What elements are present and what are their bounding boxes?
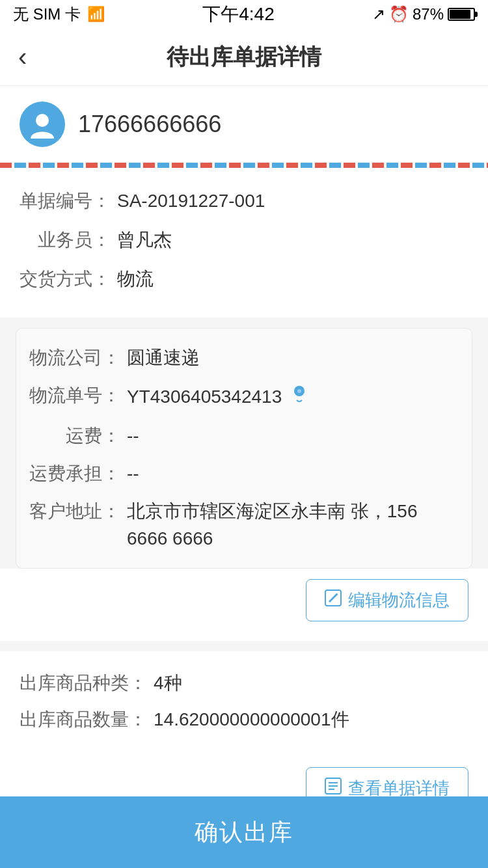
goods-section: 出库商品种类： 4种 出库商品数量： 14.620000000000001件: [0, 651, 488, 757]
status-bar: 无 SIM 卡 📶 下午4:42 ↗ ⏰ 87%: [0, 0, 488, 29]
status-time: 下午4:42: [202, 2, 275, 27]
edit-logistics-button[interactable]: 编辑物流信息: [306, 579, 468, 621]
svg-point-0: [36, 114, 49, 127]
sales-person-value: 曾凡杰: [117, 226, 468, 254]
edit-logistics-label: 编辑物流信息: [348, 589, 450, 612]
goods-type-label: 出库商品种类：: [20, 671, 147, 696]
status-left: 无 SIM 卡 📶: [13, 4, 105, 25]
address-label: 客户地址：: [29, 498, 120, 525]
edit-icon: [325, 590, 342, 611]
goods-quantity-label: 出库商品数量：: [20, 707, 147, 732]
sales-person-row: 业务员： 曾凡杰: [20, 226, 468, 254]
logistics-company-value: 圆通速递: [127, 344, 459, 372]
address-row: 客户地址： 北京市市辖区海淀区永丰南 张，156 6666 6666: [29, 498, 459, 552]
avatar: [20, 102, 65, 147]
delivery-method-row: 交货方式： 物流: [20, 265, 468, 293]
section-divider-1: [0, 641, 488, 651]
freight-label: 运费：: [29, 422, 120, 450]
freight-bearer-row: 运费承担： --: [29, 460, 459, 487]
tracking-value: YT4306405342413: [127, 382, 459, 412]
carrier-text: 无 SIM 卡: [13, 4, 81, 25]
basic-info-section: 单据编号： SA-20191227-001 业务员： 曾凡杰 交货方式： 物流: [0, 168, 488, 318]
user-card: 17666666666: [0, 86, 488, 163]
user-phone: 17666666666: [78, 111, 221, 138]
document-number-row: 单据编号： SA-20191227-001: [20, 187, 468, 215]
tracking-label: 物流单号：: [29, 382, 120, 409]
dashed-divider: [0, 163, 488, 168]
location-icon: ↗: [372, 5, 385, 23]
back-button[interactable]: ‹: [18, 42, 27, 72]
sales-person-label: 业务员：: [20, 226, 111, 254]
delivery-method-value: 物流: [117, 265, 468, 293]
goods-quantity-row: 出库商品数量： 14.620000000000001件: [20, 707, 468, 732]
tracking-number-row: 物流单号： YT4306405342413: [29, 382, 459, 412]
freight-bearer-label: 运费承担：: [29, 460, 120, 487]
battery-icon: [448, 8, 475, 21]
logistics-card: 物流公司： 圆通速递 物流单号： YT4306405342413 运费： --: [16, 328, 472, 569]
alarm-icon: ⏰: [389, 5, 409, 23]
goods-quantity-value: 14.620000000000001件: [154, 707, 349, 732]
page-content: 17666666666 单据编号： SA-20191227-001 业务员： 曾…: [0, 86, 488, 868]
document-number-value: SA-20191227-001: [117, 187, 468, 215]
confirm-outbound-button[interactable]: 确认出库: [0, 796, 488, 868]
logistics-company-row: 物流公司： 圆通速递: [29, 344, 459, 372]
battery-percent: 87%: [413, 5, 444, 23]
freight-row: 运费： --: [29, 422, 459, 450]
document-number-label: 单据编号：: [20, 187, 111, 215]
wifi-icon: 📶: [87, 6, 105, 23]
page-title: 待出库单据详情: [167, 42, 321, 72]
tracking-number-text: YT4306405342413: [127, 383, 282, 411]
location-pin-icon[interactable]: [288, 382, 310, 412]
nav-bar: ‹ 待出库单据详情: [0, 29, 488, 86]
freight-bearer-value: --: [127, 460, 459, 487]
logistics-company-label: 物流公司：: [29, 344, 120, 372]
address-value: 北京市市辖区海淀区永丰南 张，156 6666 6666: [127, 498, 459, 552]
goods-type-value: 4种: [154, 671, 182, 696]
delivery-method-label: 交货方式：: [20, 265, 111, 293]
bottom-bar: 确认出库: [0, 796, 488, 868]
goods-type-row: 出库商品种类： 4种: [20, 671, 468, 696]
status-right: ↗ ⏰ 87%: [372, 5, 475, 23]
edit-logistics-container: 编辑物流信息: [0, 569, 488, 641]
freight-value: --: [127, 422, 459, 450]
